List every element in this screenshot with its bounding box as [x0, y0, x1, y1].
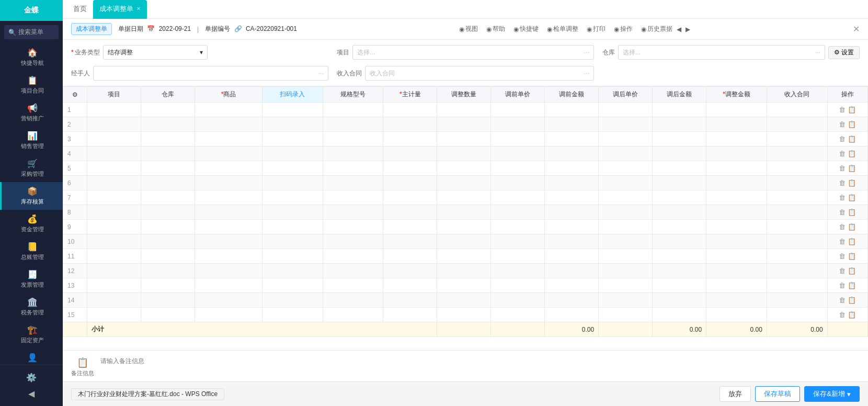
cell-row5-col13[interactable]: [767, 161, 827, 176]
row-copy-icon-11[interactable]: 📋: [848, 252, 856, 260]
row-delete-icon-12[interactable]: 🗑: [839, 267, 846, 275]
cell-row2-col8[interactable]: [491, 117, 545, 132]
cell-row2-col1[interactable]: [87, 117, 141, 132]
row-delete-icon-5[interactable]: 🗑: [839, 164, 846, 172]
cell-row12-col11[interactable]: [653, 264, 706, 278]
sidebar-bottom-collapse[interactable]: ◀: [0, 386, 63, 402]
col-scan[interactable]: 扫码录入: [262, 87, 323, 103]
cell-row10-col13[interactable]: [767, 234, 827, 249]
cell-row3-col3[interactable]: [195, 132, 262, 146]
cell-row15-col1[interactable]: [87, 308, 141, 322]
row-copy-icon-5[interactable]: 📋: [848, 164, 856, 172]
cell-row15-col4[interactable]: [262, 308, 323, 322]
cell-row6-col8[interactable]: [491, 176, 545, 190]
cell-row3-col6[interactable]: [383, 132, 437, 146]
cell-row14-col9[interactable]: [545, 293, 599, 308]
tab-close-cost-adjust[interactable]: ✕: [136, 6, 141, 12]
sidebar-item-sales-mgmt[interactable]: 📊 销售管理: [0, 127, 63, 154]
action-nav-prev[interactable]: ◀: [677, 26, 681, 33]
cell-row6-col3[interactable]: [195, 176, 262, 190]
cell-row8-col12[interactable]: [706, 205, 767, 220]
cell-row8-col1[interactable]: [87, 205, 141, 220]
cell-row2-col2[interactable]: [141, 117, 195, 132]
cell-row4-col11[interactable]: [653, 146, 706, 161]
cell-row1-col4[interactable]: [262, 103, 323, 117]
cell-row5-col9[interactable]: [545, 161, 599, 176]
row-delete-icon-6[interactable]: 🗑: [839, 179, 846, 187]
cell-row9-col5[interactable]: [323, 220, 383, 234]
cell-row9-col13[interactable]: [767, 220, 827, 234]
cell-row4-col10[interactable]: [599, 146, 653, 161]
cell-row14-col5[interactable]: [323, 293, 383, 308]
cell-row12-col8[interactable]: [491, 264, 545, 278]
row-delete-icon-4[interactable]: 🗑: [839, 150, 846, 157]
cell-row13-col1[interactable]: [87, 278, 141, 293]
cell-row9-col3[interactable]: [195, 220, 262, 234]
cell-row6-col1[interactable]: [87, 176, 141, 190]
cell-row10-col3[interactable]: [195, 234, 262, 249]
cell-row15-col13[interactable]: [767, 308, 827, 322]
cell-row2-col4[interactable]: [262, 117, 323, 132]
sidebar-item-fund-mgmt[interactable]: 💰 资金管理: [0, 210, 63, 238]
cell-row1-col11[interactable]: [653, 103, 706, 117]
project-input[interactable]: 选择... ···: [352, 45, 594, 60]
cell-row1-col8[interactable]: [491, 103, 545, 117]
cell-row1-col3[interactable]: [195, 103, 262, 117]
cell-row13-col4[interactable]: [262, 278, 323, 293]
row-delete-icon-3[interactable]: 🗑: [839, 135, 846, 143]
cell-row6-col11[interactable]: [653, 176, 706, 190]
cell-row11-col2[interactable]: [141, 249, 195, 264]
cell-row1-col6[interactable]: [383, 103, 437, 117]
cell-row3-col10[interactable]: [599, 132, 653, 146]
cell-row10-col5[interactable]: [323, 234, 383, 249]
cell-row2-col13[interactable]: [767, 117, 827, 132]
cell-row1-col9[interactable]: [545, 103, 599, 117]
sidebar-item-sales-promo[interactable]: 📢 营销推广: [0, 99, 63, 127]
income-contract-input[interactable]: 收入合同 ···: [365, 66, 594, 81]
sidebar-item-tax-mgmt[interactable]: 🏛️ 税务管理: [0, 293, 63, 321]
cell-row11-col12[interactable]: [706, 249, 767, 264]
cell-row11-col11[interactable]: [653, 249, 706, 264]
cell-row4-col1[interactable]: [87, 146, 141, 161]
cell-row1-col5[interactable]: [323, 103, 383, 117]
cell-row3-col4[interactable]: [262, 132, 323, 146]
cell-row2-col7[interactable]: [437, 117, 491, 132]
row-copy-icon-13[interactable]: 📋: [848, 281, 856, 289]
action-btn-view[interactable]: ◉视图: [459, 25, 478, 33]
cell-row10-col9[interactable]: [545, 234, 599, 249]
cell-row11-col4[interactable]: [262, 249, 323, 264]
cell-row5-col1[interactable]: [87, 161, 141, 176]
cell-row11-col13[interactable]: [767, 249, 827, 264]
cell-row15-col8[interactable]: [491, 308, 545, 322]
cell-row8-col10[interactable]: [599, 205, 653, 220]
cell-row2-col11[interactable]: [653, 117, 706, 132]
row-copy-icon-2[interactable]: 📋: [848, 120, 856, 128]
cell-row7-col5[interactable]: [323, 190, 383, 205]
row-delete-icon-8[interactable]: 🗑: [839, 208, 846, 216]
cell-row7-col8[interactable]: [491, 190, 545, 205]
cell-row4-col8[interactable]: [491, 146, 545, 161]
cell-row3-col8[interactable]: [491, 132, 545, 146]
cell-row6-col9[interactable]: [545, 176, 599, 190]
cell-row14-col6[interactable]: [383, 293, 437, 308]
cell-row2-col3[interactable]: [195, 117, 262, 132]
cell-row13-col13[interactable]: [767, 278, 827, 293]
sidebar-bottom-settings[interactable]: ⚙️: [0, 369, 63, 386]
cell-row6-col13[interactable]: [767, 176, 827, 190]
notes-input[interactable]: [98, 355, 860, 374]
row-copy-icon-14[interactable]: 📋: [848, 296, 856, 304]
cell-row15-col11[interactable]: [653, 308, 706, 322]
cell-row7-col9[interactable]: [545, 190, 599, 205]
cell-row9-col4[interactable]: [262, 220, 323, 234]
cell-row10-col11[interactable]: [653, 234, 706, 249]
cell-row15-col12[interactable]: [706, 308, 767, 322]
cell-row8-col13[interactable]: [767, 205, 827, 220]
cell-row5-col11[interactable]: [653, 161, 706, 176]
cell-row1-col10[interactable]: [599, 103, 653, 117]
cell-row7-col7[interactable]: [437, 190, 491, 205]
cell-row5-col6[interactable]: [383, 161, 437, 176]
cell-row4-col12[interactable]: [706, 146, 767, 161]
action-nav-next[interactable]: ▶: [686, 26, 690, 33]
col-gear[interactable]: ⚙: [63, 87, 87, 103]
row-copy-icon-1[interactable]: 📋: [848, 106, 856, 114]
